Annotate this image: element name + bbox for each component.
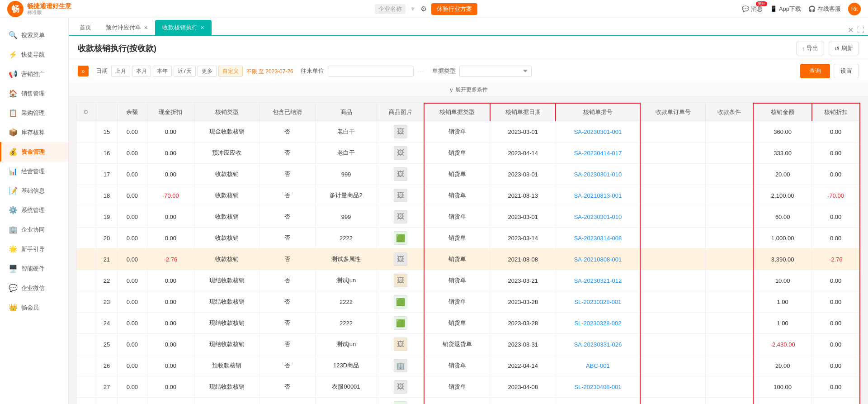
cell-product-img: 🖼 — [377, 376, 424, 398]
expand-more-label: 展开更多条件 — [455, 86, 488, 94]
cell-rownum: 19 — [96, 206, 118, 228]
cell-cash-discount: 0.00 — [147, 270, 194, 291]
col-receipt-order-no: 收款单订单号 — [640, 103, 706, 121]
sidebar-item-inventory[interactable]: 📦 库存核算 — [0, 123, 68, 142]
cancel-doc-no-link[interactable]: SA-20210808-001 — [574, 256, 622, 263]
sidebar-item-guide[interactable]: 🌟 新手引导 — [0, 239, 68, 259]
sidebar-icon-hardware: 🖥️ — [9, 264, 18, 273]
party-filter-input[interactable] — [328, 66, 414, 77]
cancel-doc-no-link[interactable]: SA-20230331-026 — [574, 341, 622, 348]
user-avatar[interactable]: Rit — [848, 3, 861, 15]
tab-collection-close[interactable]: ✕ — [200, 25, 204, 31]
sidebar-item-member[interactable]: 👑 畅会员 — [0, 298, 68, 317]
tab-close-btn[interactable]: ✕ — [848, 26, 854, 34]
sidebar-item-wechat[interactable]: 💬 企业微信 — [0, 278, 68, 298]
sidebar-item-marketing[interactable]: 📢 营销推广 — [0, 64, 68, 84]
expand-more-icon: ∨ — [449, 87, 453, 93]
cancel-doc-no-link[interactable]: ABC-001 — [586, 362, 610, 369]
sidebar-item-corp[interactable]: 🏢 企业协同 — [0, 220, 68, 239]
cell-receipt-order-no — [640, 249, 706, 270]
cell-cancel-doc-no: SA-20230314-008 — [556, 228, 640, 249]
cancel-doc-no-link[interactable]: SA-20210813-001 — [574, 192, 622, 199]
cell-include-settled: 否 — [259, 185, 316, 206]
query-btn[interactable]: 查询 — [800, 64, 830, 78]
app-download-btn[interactable]: 📱 App下载 — [770, 5, 801, 13]
refresh-btn[interactable]: ↺ 刷新 — [829, 42, 859, 55]
sidebar-item-sales[interactable]: 🏠 销售管理 — [0, 84, 68, 103]
cell-balance: 0.00 — [118, 206, 147, 228]
cancel-doc-no-link[interactable]: SA-20230301-001 — [574, 128, 622, 135]
sidebar-item-finance[interactable]: 💰 资金管理 — [0, 142, 68, 162]
cell-cancel-doc-no: SL-20230418-001 — [556, 398, 640, 404]
expand-filter-btn[interactable]: » — [78, 66, 89, 76]
cell-cancel-date: 2023-03-28 — [490, 291, 556, 313]
sidebar-item-purchase[interactable]: 📋 采购管理 — [0, 103, 68, 123]
cell-cancel-doc-type: 销货单 — [424, 270, 490, 291]
message-btn[interactable]: 💬 消息 99+ — [742, 5, 763, 13]
col-cancel-doc-type: 核销单据类型 — [424, 103, 490, 121]
industry-btn[interactable]: 休验行业方案 — [431, 3, 477, 15]
cell-gear — [76, 185, 96, 206]
date-btn-this-month[interactable]: 本月 — [132, 66, 151, 77]
online-service-btn[interactable]: 🎧 在线客服 — [808, 5, 841, 13]
cell-product-img: 🖼 — [377, 206, 424, 228]
cell-cancel-discount: 0.00 — [812, 270, 860, 291]
cell-cash-discount: 0.00 — [147, 313, 194, 334]
cell-cancel-type: 收款核销 — [194, 228, 259, 249]
company-selector[interactable]: 企业名称 — [375, 4, 406, 14]
settings-gear-icon[interactable]: ⚙ — [420, 5, 427, 13]
message-label: 消息 — [751, 5, 763, 12]
cell-include-settled: 否 — [259, 355, 316, 376]
date-btn-custom[interactable]: 自定义 — [218, 66, 243, 77]
cell-receipt-condition — [706, 185, 753, 206]
export-icon: ↑ — [802, 45, 805, 52]
sidebar-item-system[interactable]: ⚙️ 系统管理 — [0, 200, 68, 220]
main-content: 首页 预付冲应付单 ✕ 收款核销执行 ✕ ✕ ⛶ 收款核销执行(按收款) ↑ 导… — [69, 18, 868, 404]
tab-prepay[interactable]: 预付冲应付单 ✕ — [99, 20, 155, 35]
cancel-doc-no-link[interactable]: SL-20230328-002 — [574, 320, 621, 327]
cancel-doc-no-link[interactable]: SA-20230301-010 — [574, 171, 622, 178]
cancel-doc-no-link[interactable]: SA-20230321-012 — [574, 277, 622, 284]
sidebar-item-search[interactable]: 🔍 搜索菜单 — [0, 25, 68, 45]
cell-include-settled: 否 — [259, 376, 316, 398]
tab-collection[interactable]: 收款核销执行 ✕ — [155, 20, 212, 35]
table-row: 23 0.00 0.00 现结收款核销 否 2222 🟩 销货单 2023-03… — [76, 291, 860, 313]
cancel-doc-no-link[interactable]: SA-20230301-010 — [574, 214, 622, 220]
date-btn-more[interactable]: 更多 — [198, 66, 217, 77]
cell-cancel-doc-type: 销货单 — [424, 291, 490, 313]
cancel-doc-no-link[interactable]: SA-20230414-017 — [574, 150, 622, 157]
expand-more-btn[interactable]: ∨ 展开更多条件 — [449, 86, 488, 94]
cell-product: 多计量商品2 — [316, 185, 377, 206]
export-btn[interactable]: ↑ 导出 — [796, 42, 825, 55]
table-row: 17 0.00 0.00 收款核销 否 999 🖼 销货单 2023-03-01… — [76, 164, 860, 185]
tab-home[interactable]: 首页 — [72, 20, 99, 35]
cell-product: 123D商品 — [316, 355, 377, 376]
table-row: 15 0.00 0.00 现金收款核销 否 老白干 🖼 销货单 2023-03-… — [76, 121, 860, 143]
sidebar-item-quick-nav[interactable]: ⚡ 快捷导航 — [0, 45, 68, 64]
message-badge: 99+ — [756, 1, 767, 6]
col-gear[interactable]: ⚙ — [76, 103, 96, 121]
cell-cash-discount: 0.00 — [147, 291, 194, 313]
sidebar-item-base-info[interactable]: 📝 基础信息 — [0, 181, 68, 200]
date-btn-7days[interactable]: 近7天 — [174, 66, 196, 77]
cancel-doc-no-link[interactable]: SL-20230328-001 — [574, 299, 621, 305]
date-btn-this-year[interactable]: 本年 — [153, 66, 172, 77]
cell-cancel-date: 2023-03-28 — [490, 313, 556, 334]
cell-product-img: 🟩 — [377, 291, 424, 313]
product-img: 🖼 — [394, 210, 407, 223]
settings-btn[interactable]: 设置 — [834, 64, 859, 78]
sidebar-item-hardware[interactable]: 🖥️ 智能硬件 — [0, 259, 68, 278]
company-dropdown-icon[interactable]: ▼ — [410, 5, 416, 12]
cell-product-img: 🟩 — [377, 313, 424, 334]
cancel-doc-no-link[interactable]: SL-20230408-001 — [574, 384, 621, 390]
doc-type-filter-select[interactable]: 销货单 销货退货单 — [459, 66, 532, 77]
sidebar-item-operations[interactable]: 📊 经营管理 — [0, 162, 68, 181]
tab-prepay-close[interactable]: ✕ — [144, 25, 148, 31]
tab-maximize-btn[interactable]: ⛶ — [857, 26, 864, 34]
cancel-doc-no-link[interactable]: SA-20230314-008 — [574, 235, 622, 242]
tab-bar: 首页 预付冲应付单 ✕ 收款核销执行 ✕ ✕ ⛶ — [69, 18, 868, 36]
cell-rownum: 21 — [96, 249, 118, 270]
date-btn-last-month[interactable]: 上月 — [111, 66, 130, 77]
cell-include-settled: 否 — [259, 143, 316, 164]
tab-collection-label: 收款核销执行 — [162, 24, 198, 32]
